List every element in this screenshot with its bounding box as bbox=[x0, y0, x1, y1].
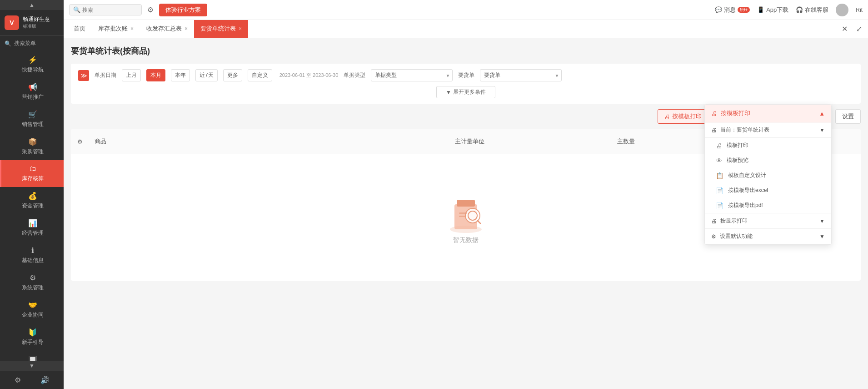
dropdown-collapse-btn[interactable]: ▲ bbox=[819, 110, 825, 117]
sidebar-item-purchase[interactable]: 📦 采购管理 bbox=[0, 133, 64, 160]
tab-inventory-batch-close[interactable]: × bbox=[130, 25, 134, 32]
tab-receive-summary[interactable]: 收发存汇总表 × bbox=[140, 20, 194, 38]
sidebar-item-finance[interactable]: 💰 资金管理 bbox=[0, 187, 64, 214]
sidebar-item-cooperation[interactable]: 🤝 企业协同 bbox=[0, 296, 64, 323]
sidebar-item-system[interactable]: ⚙ 系统管理 bbox=[0, 269, 64, 296]
sidebar-scroll-down[interactable]: ▼ bbox=[0, 361, 64, 371]
settings-btn[interactable]: 设置 bbox=[835, 109, 861, 124]
sidebar-item-label: 库存核算 bbox=[22, 175, 44, 182]
dropdown-default-function-section: ⚙ 设置默认功能 ▼ bbox=[705, 229, 831, 244]
app-name: 畅通好生意 bbox=[23, 16, 50, 23]
sidebar-item-label: 资金管理 bbox=[22, 202, 44, 210]
logo-text-group: 畅通好生意 标准版 bbox=[23, 16, 50, 30]
tab-order-stats-close[interactable]: × bbox=[239, 25, 242, 32]
sidebar-item-label: 系统管理 bbox=[22, 284, 44, 292]
avatar[interactable] bbox=[836, 4, 848, 16]
purchase-icon: 📦 bbox=[28, 137, 37, 146]
date-btn-current-month[interactable]: 本月 bbox=[146, 69, 165, 81]
topbar-gear-icon[interactable]: ⚙ bbox=[145, 4, 155, 16]
dropdown-display-print-section: 🖨 按显示打印 ▼ bbox=[705, 213, 831, 229]
date-range-display: 2023-06-01 至 2023-06-30 bbox=[279, 72, 339, 79]
order-customer-select-wrapper: 要货单 bbox=[480, 69, 562, 81]
sidebar-item-guide[interactable]: 🔰 新手引导 bbox=[0, 323, 64, 351]
svg-rect-6 bbox=[459, 212, 467, 214]
tabbar-expand-btn[interactable]: ⤢ bbox=[853, 24, 864, 35]
template-preview-label: 模板预览 bbox=[727, 157, 748, 164]
dropdown-display-print-header[interactable]: 🖨 按显示打印 ▼ bbox=[705, 213, 831, 228]
download-icon: 📱 bbox=[757, 6, 764, 13]
sales-icon: 🛒 bbox=[28, 110, 37, 119]
date-btn-prev-month[interactable]: 上月 bbox=[122, 69, 141, 81]
sidebar-item-label: 企业协同 bbox=[22, 311, 44, 319]
messages-btn[interactable]: 💬 消息 99+ bbox=[715, 6, 750, 14]
date-btn-last-7-days[interactable]: 近7天 bbox=[195, 69, 218, 81]
message-icon: 💬 bbox=[715, 6, 722, 13]
messages-badge: 99+ bbox=[738, 7, 750, 13]
doc-type-select[interactable]: 单据类型 bbox=[371, 69, 453, 81]
tab-inventory-batch[interactable]: 库存批次账 × bbox=[92, 20, 140, 38]
dropdown-current-header[interactable]: 🖨 当前：要货单统计表 ▼ bbox=[705, 122, 831, 137]
sidebar-item-label: 采购管理 bbox=[22, 148, 44, 156]
sidebar-scroll-up[interactable]: ▲ bbox=[0, 0, 64, 10]
date-btn-more[interactable]: 更多 bbox=[223, 69, 242, 81]
th-settings[interactable]: ⚙ bbox=[71, 135, 89, 149]
template-print-label: 模板打印 bbox=[727, 141, 748, 149]
dropdown-item-export-pdf[interactable]: 📄 按模板导出pdf bbox=[705, 198, 831, 213]
topbar-search-input[interactable] bbox=[82, 7, 128, 13]
sidebar-item-basic[interactable]: ℹ 基础信息 bbox=[0, 242, 64, 269]
dropdown-item-template-preview[interactable]: 👁 模板预览 bbox=[705, 153, 831, 168]
display-print-label: 按显示打印 bbox=[720, 217, 748, 225]
sidebar-item-label: 经营管理 bbox=[22, 229, 44, 237]
sidebar-item-operations[interactable]: 📊 经营管理 bbox=[0, 214, 64, 242]
current-section-icon: 🖨 bbox=[711, 127, 717, 133]
sidebar-settings-btn[interactable]: ⚙ bbox=[15, 376, 21, 384]
tabbar-actions: ✕ ⤢ bbox=[839, 24, 864, 35]
online-service-btn[interactable]: 🎧 在线客服 bbox=[796, 6, 828, 14]
app-download-btn[interactable]: 📱 App下载 bbox=[757, 6, 788, 14]
order-customer-select[interactable]: 要货单 bbox=[480, 69, 562, 81]
topbar-search-icon: 🔍 bbox=[73, 6, 80, 13]
empty-text: 暂无数据 bbox=[453, 236, 479, 244]
tabbar-close-all-btn[interactable]: ✕ bbox=[839, 24, 850, 35]
sidebar-item-sales[interactable]: 🛒 销售管理 bbox=[0, 106, 64, 133]
dropdown-printer-icon: 🖨 bbox=[711, 110, 717, 117]
sidebar-speaker-btn[interactable]: 🔊 bbox=[40, 376, 50, 384]
template-preview-icon: 👁 bbox=[716, 157, 722, 164]
sidebar-item-inventory[interactable]: 🗂 库存核算 bbox=[0, 160, 64, 187]
dropdown-default-function-header[interactable]: ⚙ 设置默认功能 ▼ bbox=[705, 229, 831, 244]
default-function-icon: ⚙ bbox=[711, 233, 716, 240]
sidebar-bottom: ⚙ 🔊 bbox=[0, 371, 64, 389]
empty-illustration bbox=[443, 191, 489, 236]
sidebar-search[interactable]: 🔍 搜索菜单 bbox=[0, 36, 64, 51]
template-design-label: 模板自定义设计 bbox=[728, 172, 766, 179]
tab-receive-summary-close[interactable]: × bbox=[185, 25, 188, 32]
tab-home[interactable]: 首页 bbox=[67, 20, 92, 38]
dropdown-item-export-excel[interactable]: 📄 按模板导出excel bbox=[705, 183, 831, 198]
sidebar-item-quick-nav[interactable]: ⚡ 快捷导航 bbox=[0, 51, 64, 78]
finance-icon: 💰 bbox=[28, 192, 37, 200]
date-btn-current-year[interactable]: 本年 bbox=[171, 69, 190, 81]
inventory-icon: 🗂 bbox=[29, 165, 36, 173]
topbar-search-box[interactable]: 🔍 bbox=[69, 4, 142, 15]
sidebar-item-marketing[interactable]: 📢 营销推广 bbox=[0, 78, 64, 106]
template-print-icon: 🖨 bbox=[716, 142, 722, 149]
industry-btn[interactable]: 体验行业方案 bbox=[159, 4, 207, 16]
logo-icon: V bbox=[5, 15, 19, 30]
app-badge: 标准版 bbox=[23, 23, 50, 30]
doc-type-label: 单据类型 bbox=[344, 71, 365, 79]
sidebar-item-apps[interactable]: 🔲 应用中心 bbox=[0, 351, 64, 361]
th-quantity: 主数量 bbox=[548, 134, 704, 149]
quick-nav-icon: ⚡ bbox=[28, 56, 37, 64]
tab-order-stats[interactable]: 要货单统计表 × bbox=[194, 20, 248, 38]
dropdown-item-template-print[interactable]: 🖨 模板打印 bbox=[705, 138, 831, 153]
dropdown-item-template-design[interactable]: 📋 模板自定义设计 bbox=[705, 168, 831, 183]
dropdown-menu: 🖨 按模板打印 ▲ 🖨 当前：要货单统计表 ▼ 🖨 bbox=[704, 104, 832, 245]
page-content: 要货单统计表(按商品) ≫ 单据日期 上月 本月 本年 近7天 更多 自定义 2… bbox=[64, 38, 868, 389]
expand-more-btn[interactable]: ▼ 展开更多条件 bbox=[436, 86, 495, 98]
sidebar-search-label: 搜索菜单 bbox=[14, 40, 36, 47]
filter-expand-btn[interactable]: ≫ bbox=[78, 70, 89, 81]
online-service-label: 在线客服 bbox=[805, 6, 828, 14]
export-excel-label: 按模板导出excel bbox=[728, 187, 768, 194]
topbar: 🔍 ⚙ 体验行业方案 💬 消息 99+ 📱 App下载 🎧 在线客服 Rit bbox=[64, 0, 868, 20]
date-btn-custom[interactable]: 自定义 bbox=[248, 69, 272, 81]
